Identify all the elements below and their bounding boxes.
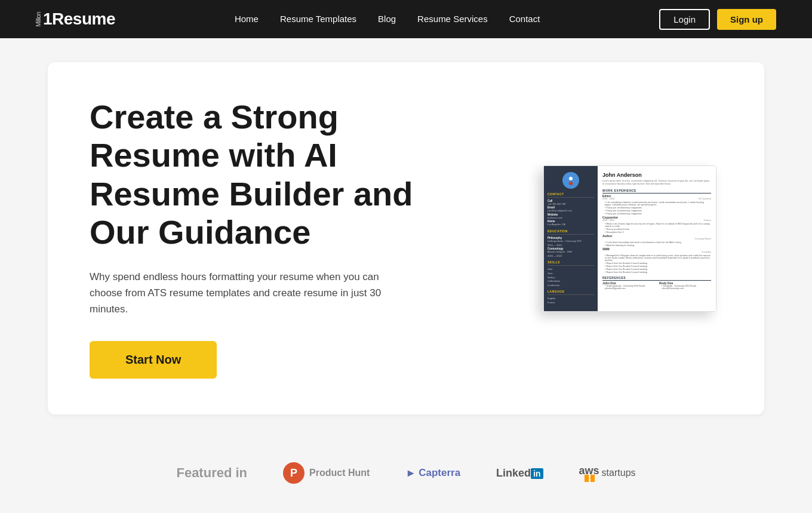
resume-skill-2: Nodejs bbox=[548, 276, 594, 279]
resume-skills-title: SKILLS bbox=[548, 260, 594, 264]
resume-job3-bullet3: Report from the Student Council meeting bbox=[602, 268, 711, 271]
hero-text: Create a Strong Resume with AI Resume Bu… bbox=[90, 98, 448, 379]
resume-job2-meta: Company Name bbox=[602, 238, 711, 240]
resume-skill-3: Coffeelation bbox=[548, 279, 594, 283]
hero-subtitle: Why spend endless hours formatting your … bbox=[90, 269, 400, 318]
resume-job1-year: 2018 - 2022 bbox=[602, 219, 614, 222]
resume-edu1-year: 2015 — 2019 bbox=[548, 244, 594, 247]
main-wrapper: Create a Strong Resume with AI Resume Bu… bbox=[0, 38, 812, 438]
login-button[interactable]: Login bbox=[659, 9, 710, 30]
resume-job0-year: 2018 - 2022 bbox=[602, 198, 614, 200]
resume-job0-meta: 2018 - 2022 DC Quinova bbox=[602, 198, 711, 200]
hero-card: Create a Strong Resume with AI Resume Bu… bbox=[48, 62, 764, 414]
svg-point-0 bbox=[569, 177, 573, 180]
resume-job1-company: Tastera bbox=[704, 219, 711, 222]
nav-item-home[interactable]: Home bbox=[235, 14, 259, 24]
resume-right-col: John Anderson Lorem ipsum dolor sit amet… bbox=[598, 166, 716, 311]
product-hunt-icon: P bbox=[283, 462, 304, 484]
resume-job0-bullet3: Funny pre-revolutionary magazines bbox=[602, 213, 711, 215]
resume-edu2-school: Master's Degree - HSS bbox=[548, 250, 594, 254]
featured-section: Featured in P Product Hunt ► Capterra Li… bbox=[0, 438, 812, 508]
nav-item-services[interactable]: Resume Services bbox=[417, 14, 488, 24]
featured-label: Featured in bbox=[176, 465, 247, 481]
resume-references-section: REFERENCES bbox=[602, 276, 711, 281]
resume-edu1-school: Undergraduate - University XXV bbox=[548, 239, 594, 243]
resume-name: John Anderson bbox=[602, 172, 711, 178]
logo-million-text: Million bbox=[36, 12, 42, 27]
capterra-label: Capterra bbox=[419, 467, 460, 479]
resume-website-value: anderson.com bbox=[548, 216, 594, 220]
resume-job0-bullet1: Funny pre-revolutionary magazines bbox=[602, 207, 711, 209]
resume-job3-meta: Company bbox=[602, 251, 711, 253]
resume-preview: CONTACT Call +54 123 456 789 Email j.and… bbox=[543, 165, 716, 312]
linkedin-in-badge: in bbox=[531, 468, 543, 479]
nav-item-contact[interactable]: Contact bbox=[509, 14, 540, 24]
nav-item-blog[interactable]: Blog bbox=[378, 14, 396, 24]
resume-job1-bullet0: Wrote a lot of texts, figured out a bunc… bbox=[602, 223, 711, 228]
resume-job1-bullet2: Description line 2 bbox=[602, 231, 711, 234]
resume-call-value: +54 123 456 789 bbox=[548, 202, 594, 206]
resume-job0-bullet2: Funny pre-revolutionary magazines bbox=[602, 210, 711, 212]
resume-work-section: WORK EXPERIENCE bbox=[602, 189, 711, 193]
signup-button[interactable]: Sign up bbox=[717, 9, 776, 30]
aws-smile-icon: █─█ bbox=[585, 475, 593, 481]
nav-actions: Login Sign up bbox=[659, 9, 776, 30]
resume-job1-meta: 2018 - 2022 Tastera bbox=[602, 219, 711, 222]
resume-skill-1: Java bbox=[548, 272, 594, 275]
resume-job2-company: Company Name bbox=[695, 238, 711, 240]
resume-job3-company: Company bbox=[702, 251, 711, 253]
brand-linkedin[interactable]: Linkedin bbox=[496, 467, 543, 480]
navbar: Million 1 Resume Home Resume Templates B… bbox=[0, 0, 812, 38]
resume-avatar bbox=[562, 172, 579, 189]
linkedin-text: Linked bbox=[496, 467, 531, 479]
resume-job3-bullet4: Report from the Student Council meeting bbox=[602, 271, 711, 274]
resume-email-value: j.anderson@gmail.com bbox=[548, 209, 594, 213]
resume-job0-bullet0: I do everything related to social networ… bbox=[602, 201, 711, 206]
resume-lang-0: English bbox=[548, 297, 594, 300]
resume-ref1-info: Graduate - University XXV Email - r.doe@… bbox=[659, 285, 711, 290]
resume-contact-title: CONTACT bbox=[548, 192, 594, 196]
resume-lang-1: French bbox=[548, 301, 594, 305]
nav-item-templates[interactable]: Resume Templates bbox=[280, 14, 356, 24]
aws-startups-label: startups bbox=[602, 468, 636, 478]
resume-skill-0: Html bbox=[548, 268, 594, 271]
resume-skill-4: Leadership bbox=[548, 284, 594, 287]
brand-capterra[interactable]: ► Capterra bbox=[405, 467, 460, 480]
resume-left-col: CONTACT Call +54 123 456 789 Email j.and… bbox=[544, 166, 598, 311]
resume-edu2-year: 2020 — 2022 bbox=[548, 254, 594, 258]
resume-ref0-info: Undergraduate - University XXV Email - j… bbox=[602, 285, 654, 290]
resume-job2-bullet0: I took three internships and wrote a tex… bbox=[602, 241, 711, 244]
resume-description: Lorem ipsum dolor sit amet, consectetur … bbox=[602, 180, 711, 186]
brand-product-hunt[interactable]: P Product Hunt bbox=[283, 462, 370, 484]
resume-document: CONTACT Call +54 123 456 789 Email j.and… bbox=[543, 165, 716, 312]
resume-job1-bullet1: How to proofread texts: bbox=[602, 228, 711, 231]
logo-resume-text: Resume bbox=[52, 10, 115, 29]
resume-job0-company: DC Quinova bbox=[699, 198, 711, 200]
product-hunt-label: Product Hunt bbox=[309, 468, 370, 478]
capterra-icon: ► bbox=[405, 467, 416, 480]
resume-home-value: Los Angeles, CA bbox=[548, 223, 594, 226]
start-now-button[interactable]: Start Now bbox=[90, 341, 217, 379]
nav-links: Home Resume Templates Blog Resume Servic… bbox=[235, 14, 540, 24]
logo-one-text: 1 bbox=[43, 10, 52, 29]
resume-job3-bullet2: Report from the Student Council meeting bbox=[602, 265, 711, 268]
resume-shadow: CONTACT Call +54 123 456 789 Email j.and… bbox=[543, 165, 716, 312]
brand-aws[interactable]: aws █─█ startups bbox=[579, 465, 636, 481]
logo[interactable]: Million 1 Resume bbox=[36, 10, 115, 29]
resume-education-title: EDUCATION bbox=[548, 229, 594, 233]
resume-job3-bullet0: Managed the Telegram channel, taught int… bbox=[602, 254, 711, 262]
resume-language-title: LANGUGE bbox=[548, 290, 594, 293]
hero-title: Create a Strong Resume with AI Resume Bu… bbox=[90, 98, 448, 252]
resume-job3-bullet1: Report from the Student Council meeting bbox=[602, 262, 711, 265]
resume-job2-bullet1: Machine learning for testing bbox=[602, 244, 711, 247]
